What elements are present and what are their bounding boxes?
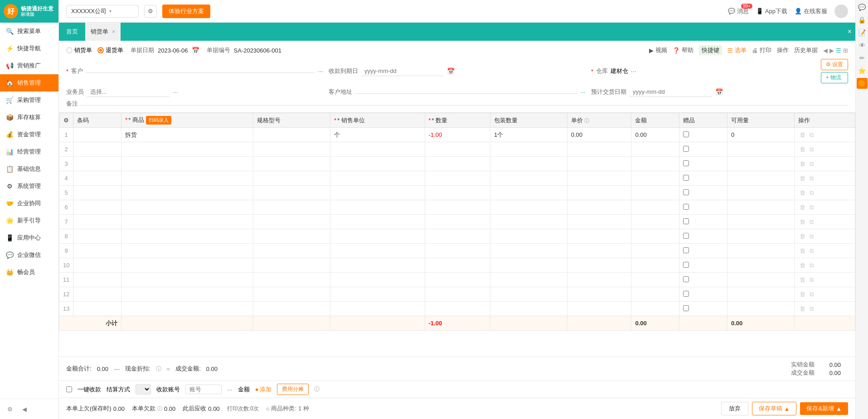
online-support-button[interactable]: 👤 在线客服 [795, 7, 827, 15]
row-qty[interactable] [425, 157, 490, 171]
row-packqty[interactable] [490, 258, 567, 273]
row-barcode[interactable] [73, 273, 121, 287]
gift-checkbox[interactable] [683, 175, 689, 181]
gift-checkbox[interactable] [683, 262, 689, 268]
settings-button[interactable]: ⚙ 设置 [821, 59, 848, 70]
delete-row-icon[interactable]: 🗑 [800, 305, 805, 312]
row-price[interactable] [567, 142, 631, 157]
sidebar-item-marketing[interactable]: 📢 营销推广 [0, 57, 58, 74]
row-barcode[interactable] [73, 200, 121, 215]
row-packqty[interactable] [490, 287, 567, 302]
row-unit[interactable] [330, 244, 425, 258]
row-qty[interactable] [425, 302, 490, 316]
row-barcode[interactable] [73, 287, 121, 302]
row-amount[interactable] [631, 229, 679, 244]
row-gift[interactable] [679, 186, 727, 200]
tab-sales-order[interactable]: 销货单 × [85, 23, 121, 41]
radio-return[interactable]: 退货单 [97, 46, 123, 54]
sidebar-item-quicknav[interactable]: ⚡ 快捷导航 [0, 40, 58, 57]
row-qty[interactable] [425, 200, 490, 215]
row-goods[interactable] [121, 215, 253, 229]
sidebar-item-inventory[interactable]: 📦 库存核算 [0, 109, 58, 126]
row-qty[interactable]: -1.00 [425, 128, 490, 142]
row-spec[interactable] [253, 157, 330, 171]
row-spec[interactable] [253, 244, 330, 258]
row-amount[interactable] [631, 186, 679, 200]
app-download-button[interactable]: 📱 App下载 [756, 7, 787, 15]
row-qty[interactable] [425, 171, 490, 186]
select-btn[interactable]: ☰ 选单 [727, 46, 747, 54]
gift-checkbox[interactable] [683, 146, 689, 152]
fee-split-button[interactable]: 费用分摊 [277, 384, 309, 395]
row-gift[interactable] [679, 244, 727, 258]
payment-method-select[interactable] [136, 384, 151, 395]
row-gift[interactable] [679, 287, 727, 302]
operation-btn[interactable]: 操作 [777, 46, 789, 54]
delete-row-icon[interactable]: 🗑 [800, 218, 805, 225]
row-spec[interactable] [253, 128, 330, 142]
row-goods[interactable] [121, 302, 253, 316]
delete-row-icon[interactable]: 🗑 [800, 146, 805, 153]
row-barcode[interactable] [73, 302, 121, 316]
sidebar-item-search[interactable]: 🔍 搜索菜单 [0, 23, 58, 40]
tabbar-close-button[interactable]: × [848, 28, 852, 36]
row-barcode[interactable] [73, 128, 121, 142]
row-goods[interactable] [121, 287, 253, 302]
row-gift[interactable] [679, 229, 727, 244]
sidebar-item-member[interactable]: 👑 畅会员 [0, 264, 58, 281]
address-input[interactable] [355, 91, 577, 94]
copy-row-icon[interactable]: ⧉ [810, 233, 814, 240]
collapse-icon[interactable]: ◀ [19, 404, 30, 414]
row-barcode[interactable] [73, 258, 121, 273]
list-view-icon[interactable]: ☰ [836, 47, 841, 54]
row-spec[interactable] [253, 273, 330, 287]
row-spec[interactable] [253, 171, 330, 186]
row-gift[interactable] [679, 258, 727, 273]
row-price[interactable] [567, 258, 631, 273]
row-price[interactable] [567, 171, 631, 186]
row-goods[interactable] [121, 171, 253, 186]
row-gift[interactable] [679, 273, 727, 287]
account-dots-btn[interactable]: ··· [227, 386, 233, 393]
row-amount[interactable] [631, 157, 679, 171]
save-draft-button[interactable]: 保存草稿 ▲ [752, 402, 797, 415]
row-unit[interactable] [330, 215, 425, 229]
shortcut-btn[interactable]: 快捷键 [699, 45, 722, 55]
row-unit[interactable] [330, 157, 425, 171]
delete-row-icon[interactable]: 🗑 [800, 175, 805, 182]
row-spec[interactable] [253, 229, 330, 244]
sidebar-item-appcenter[interactable]: 📱 应用中心 [0, 229, 58, 246]
sidebar-item-basics[interactable]: 📋 基础信息 [0, 160, 58, 178]
sidebar-item-operations[interactable]: 📊 经营管理 [0, 143, 58, 160]
gift-checkbox[interactable] [683, 247, 689, 253]
copy-row-icon[interactable]: ⧉ [810, 131, 814, 138]
tab-close-icon[interactable]: × [112, 29, 115, 35]
row-price[interactable] [567, 273, 631, 287]
delete-row-icon[interactable]: 🗑 [800, 291, 805, 298]
row-spec[interactable] [253, 186, 330, 200]
row-barcode[interactable] [73, 142, 121, 157]
row-unit[interactable] [330, 273, 425, 287]
row-barcode[interactable] [73, 171, 121, 186]
customer-input[interactable] [86, 70, 315, 73]
row-goods[interactable] [121, 273, 253, 287]
abandon-button[interactable]: 放弃 [721, 402, 748, 415]
settings-bottom-icon[interactable]: ⚙ [5, 404, 15, 414]
row-goods[interactable] [121, 142, 253, 157]
row-amount[interactable] [631, 302, 679, 316]
sidebar-item-guide[interactable]: 🌟 新手引导 [0, 212, 58, 229]
row-packqty[interactable] [490, 186, 567, 200]
row-price[interactable] [567, 229, 631, 244]
row-qty[interactable] [425, 215, 490, 229]
row-qty[interactable] [425, 258, 490, 273]
row-unit[interactable] [330, 287, 425, 302]
row-price[interactable] [567, 157, 631, 171]
row-barcode[interactable] [73, 229, 121, 244]
row-qty[interactable] [425, 273, 490, 287]
copy-row-icon[interactable]: ⧉ [810, 160, 814, 167]
row-packqty[interactable] [490, 229, 567, 244]
copy-row-icon[interactable]: ⧉ [810, 276, 814, 283]
row-unit[interactable] [330, 142, 425, 157]
row-goods[interactable] [121, 157, 253, 171]
header-gear-button[interactable]: ⚙ [144, 5, 157, 18]
